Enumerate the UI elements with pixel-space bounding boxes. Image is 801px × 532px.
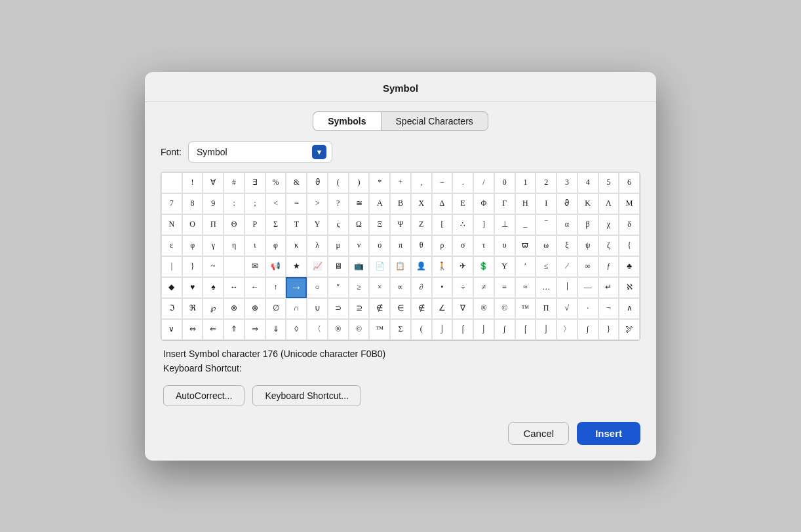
- symbol-cell[interactable]: Δ: [432, 193, 453, 214]
- symbol-cell[interactable]: 📄: [369, 256, 390, 277]
- symbol-cell[interactable]: 6: [619, 172, 640, 193]
- symbol-cell[interactable]: ◊: [286, 319, 307, 340]
- symbol-cell[interactable]: ∕: [557, 256, 577, 277]
- symbol-cell[interactable]: ®: [473, 298, 494, 319]
- symbol-cell[interactable]: Θ: [224, 214, 244, 235]
- insert-button[interactable]: Insert: [577, 422, 640, 445]
- symbol-cell[interactable]: ∅: [265, 298, 286, 319]
- symbol-cell[interactable]: 2: [536, 172, 557, 193]
- symbol-cell[interactable]: Τ: [286, 214, 307, 235]
- symbol-cell[interactable]: ✈: [452, 256, 473, 277]
- keyboard-shortcut-button[interactable]: Keyboard Shortcut...: [252, 385, 361, 406]
- symbol-cell[interactable]: >: [307, 193, 328, 214]
- symbol-cell[interactable]: ″: [328, 277, 349, 298]
- symbol-cell[interactable]: λ: [307, 235, 328, 256]
- symbol-cell[interactable]: (: [328, 172, 349, 193]
- symbol-cell[interactable]: ∇: [452, 298, 473, 319]
- symbol-cell[interactable]: ⇔: [182, 319, 203, 340]
- symbol-cell[interactable]: ϖ: [515, 235, 536, 256]
- symbol-cell[interactable]: ⌠: [452, 319, 473, 340]
- symbol-cell[interactable]: ≡: [494, 277, 515, 298]
- symbol-cell[interactable]: Κ: [577, 193, 598, 214]
- symbol-cell[interactable]: ∀: [203, 172, 224, 193]
- symbol-cell[interactable]: ↔: [224, 277, 244, 298]
- symbol-cell[interactable]: −: [432, 172, 453, 193]
- symbol-cell[interactable]: ⇑: [224, 319, 244, 340]
- symbol-cell[interactable]: }: [598, 319, 619, 340]
- symbol-cell[interactable]: Π: [203, 214, 224, 235]
- symbol-cell[interactable]: ⇓: [265, 319, 286, 340]
- symbol-cell[interactable]: …: [536, 277, 557, 298]
- symbol-cell[interactable]: ∨: [161, 319, 182, 340]
- symbol-cell[interactable]: ✉: [244, 256, 265, 277]
- symbol-cell[interactable]: ε: [161, 235, 182, 256]
- symbol-cell[interactable]: ℜ: [182, 298, 203, 319]
- symbol-cell[interactable]: ○: [307, 277, 328, 298]
- symbol-cell[interactable]: Β: [390, 193, 411, 214]
- symbol-cell[interactable]: κ: [286, 235, 307, 256]
- symbol-cell[interactable]: ∞: [577, 256, 598, 277]
- symbol-cell[interactable]: 👤: [411, 256, 432, 277]
- symbol-cell[interactable]: Ο: [182, 214, 203, 235]
- symbol-cell[interactable]: •: [432, 277, 453, 298]
- symbol-cell[interactable]: &: [286, 172, 307, 193]
- symbol-cell[interactable]: π: [390, 235, 411, 256]
- symbol-cell[interactable]: ©: [349, 319, 370, 340]
- tab-special-characters[interactable]: Special Characters: [381, 111, 488, 131]
- symbol-cell[interactable]: ♠: [203, 277, 224, 298]
- symbol-cell[interactable]: ⌡: [473, 319, 494, 340]
- symbol-cell[interactable]: √: [557, 298, 577, 319]
- symbol-cell[interactable]: ∠: [432, 298, 453, 319]
- symbol-cell[interactable]: ⊕: [244, 298, 265, 319]
- symbol-cell[interactable]: 5: [598, 172, 619, 193]
- symbol-cell[interactable]: Ζ: [411, 214, 432, 235]
- symbol-cell[interactable]: Ν: [161, 214, 182, 235]
- symbol-cell[interactable]: =: [286, 193, 307, 214]
- symbol-cell[interactable]: ∂: [411, 277, 432, 298]
- symbol-cell[interactable]: ↑: [265, 277, 286, 298]
- symbol-cell[interactable]: ≥: [349, 277, 370, 298]
- symbol-cell[interactable]: [161, 172, 182, 193]
- symbol-cell[interactable]: _: [515, 214, 536, 235]
- symbol-cell[interactable]: ∃: [244, 172, 265, 193]
- symbol-cell[interactable]: 7: [161, 193, 182, 214]
- symbol-cell[interactable]: ℑ: [161, 298, 182, 319]
- symbol-cell[interactable]: ∝: [390, 277, 411, 298]
- symbol-cell-selected[interactable]: →: [286, 277, 307, 298]
- symbol-cell[interactable]: /: [473, 172, 494, 193]
- symbol-cell[interactable]: ]: [473, 214, 494, 235]
- symbol-cell[interactable]: ™: [369, 319, 390, 340]
- symbol-cell[interactable]: ↵: [598, 277, 619, 298]
- symbol-cell[interactable]: ⊃: [328, 298, 349, 319]
- symbol-cell[interactable]: 💲: [473, 256, 494, 277]
- symbol-cell[interactable]: ): [349, 172, 370, 193]
- symbol-cell[interactable]: Α: [369, 193, 390, 214]
- symbol-cell[interactable]: ¬: [598, 298, 619, 319]
- symbol-cell[interactable]: ×: [369, 277, 390, 298]
- symbol-cell[interactable]: ™: [515, 298, 536, 319]
- symbol-cell[interactable]: ζ: [598, 235, 619, 256]
- symbol-cell[interactable]: 8: [182, 193, 203, 214]
- symbol-cell[interactable]: +: [390, 172, 411, 193]
- symbol-cell[interactable]: {: [619, 235, 640, 256]
- symbol-cell[interactable]: ;: [244, 193, 265, 214]
- symbol-cell[interactable]: Ρ: [244, 214, 265, 235]
- symbol-cell[interactable]: ≤: [536, 256, 557, 277]
- symbol-cell[interactable]: φ: [182, 235, 203, 256]
- symbol-cell[interactable]: ∩: [286, 298, 307, 319]
- symbol-cell[interactable]: ⇒: [244, 319, 265, 340]
- symbol-cell[interactable]: ω: [536, 235, 557, 256]
- symbol-cell[interactable]: ψ: [577, 235, 598, 256]
- symbol-cell[interactable]: Φ: [473, 193, 494, 214]
- symbol-cell[interactable]: ♣: [619, 256, 640, 277]
- symbol-cell[interactable]: Μ: [619, 193, 640, 214]
- symbol-cell[interactable]: |: [161, 256, 182, 277]
- symbol-cell[interactable]: ®: [328, 319, 349, 340]
- symbol-cell[interactable]: ≅: [349, 193, 370, 214]
- symbol-cell[interactable]: ‾: [536, 214, 557, 235]
- symbol-cell[interactable]: 🕊: [619, 319, 640, 340]
- symbol-cell[interactable]: 📈: [307, 256, 328, 277]
- symbol-cell[interactable]: Σ: [265, 214, 286, 235]
- symbol-cell[interactable]: ο: [369, 235, 390, 256]
- symbol-cell[interactable]: Ε: [452, 193, 473, 214]
